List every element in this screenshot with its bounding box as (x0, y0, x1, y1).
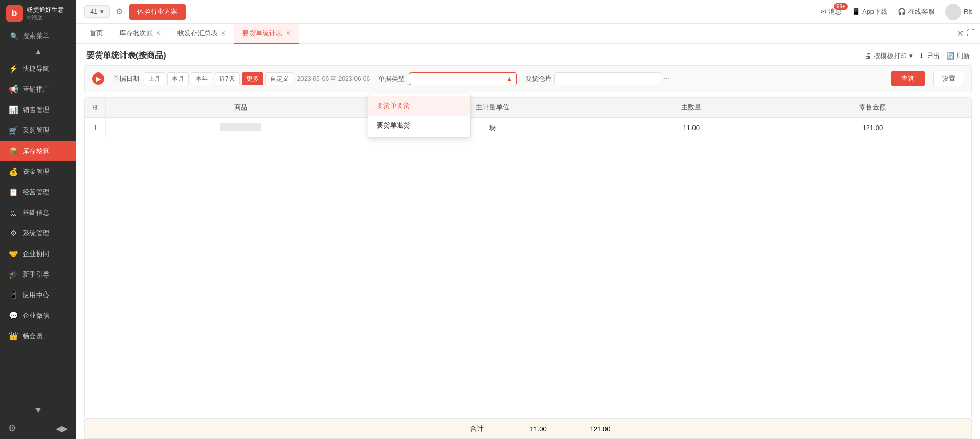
messages-btn[interactable]: ✉ 消息 99+ (821, 7, 842, 16)
sidebar-item-vip[interactable]: 👑 畅会员 (0, 326, 76, 346)
th-settings[interactable]: ⚙ (85, 98, 105, 118)
date-btn-7days[interactable]: 近7天 (215, 72, 240, 85)
app-download-label: App下载 (862, 7, 887, 16)
sidebar-item-finance[interactable]: 💰 资金管理 (0, 161, 76, 182)
sales-icon: 📊 (8, 105, 19, 115)
app-download-btn[interactable]: 📱 App下载 (852, 7, 887, 16)
print-btn[interactable]: 🖨 按模板打印 ▾ (865, 51, 913, 61)
page-title-bar: 要货单统计表(按商品) 🖨 按模板打印 ▾ ⬇ 导出 🔄 刷新 (76, 44, 980, 65)
tab-inventory-batch[interactable]: 库存批次账 ✕ (111, 24, 169, 44)
date-btn-this-year[interactable]: 本年 (191, 72, 212, 85)
base-icon: 🗂 (8, 208, 19, 218)
table-footer: 合计 11.00 121.00 (84, 419, 972, 439)
sidebar-item-label: 销售管理 (23, 105, 49, 115)
type-label: 单据类型 (378, 74, 405, 83)
phone-icon: 📱 (852, 8, 860, 15)
tab-order-stats[interactable]: 要货单统计表 ✕ (234, 24, 299, 44)
user-avatar (945, 4, 961, 20)
footer-total-quantity: 11.00 (530, 425, 547, 433)
main-area: 41 ▾ ⚙ 体验行业方案 ✉ 消息 99+ 📱 App下载 🎧 在线客服 R (76, 0, 980, 439)
promo-button[interactable]: 体验行业方案 (129, 4, 186, 20)
sidebar-item-label: 新手引导 (23, 270, 49, 279)
product-name-blurred (220, 123, 261, 131)
tenant-id: 41 (90, 8, 97, 15)
tabs-bar: 首页 库存批次账 ✕ 收发存汇总表 ✕ 要货单统计表 ✕ ✕ ⛶ (76, 24, 980, 44)
refresh-btn[interactable]: 🔄 刷新 (946, 51, 970, 61)
export-icon: ⬇ (919, 52, 924, 60)
data-table-container: ⚙ 商品 主计量单位 主数量 零售金额 (84, 97, 972, 419)
marketing-icon: 📢 (8, 84, 19, 95)
header-settings-icon[interactable]: ⚙ (116, 7, 123, 16)
sidebar-item-label: 营销推广 (23, 85, 49, 94)
header-bar: 41 ▾ ⚙ 体验行业方案 ✉ 消息 99+ 📱 App下载 🎧 在线客服 R (76, 0, 980, 24)
warehouse-input[interactable] (554, 72, 661, 85)
collapse-icon[interactable]: ◀▶ (56, 424, 68, 433)
user-avatar-btn[interactable]: Rit (945, 4, 972, 20)
tab-close-icon[interactable]: ✕ (221, 30, 226, 36)
tabs-actions: ✕ ⛶ (957, 24, 975, 43)
sidebar-scroll-up[interactable]: ▲ (0, 45, 76, 59)
sidebar-item-inventory[interactable]: 📦 库存核算 (0, 141, 76, 161)
sidebar-item-enterprise[interactable]: 🤝 企业协同 (0, 244, 76, 264)
close-all-icon[interactable]: ✕ (957, 29, 964, 39)
tab-label: 首页 (90, 29, 103, 38)
sidebar-item-marketing[interactable]: 📢 营销推广 (0, 79, 76, 100)
online-service-label: 在线客服 (908, 7, 935, 16)
filter-bar: ▶ 单据日期 上月 本月 本年 近7天 更多 自定义 2023-05-06 至 … (84, 65, 972, 92)
settings-button[interactable]: 设置 (933, 71, 964, 86)
table-row: 1 块 11.00 121.00 (85, 118, 971, 138)
sidebar-item-quick-nav[interactable]: ⚡ 快捷导航 (0, 59, 76, 79)
th-quantity: 主数量 (609, 98, 774, 118)
date-btn-this-month[interactable]: 本月 (167, 72, 189, 85)
search-icon: 🔍 (10, 32, 19, 40)
date-label: 单据日期 (113, 74, 139, 83)
expand-tab-icon[interactable]: ⛶ (967, 29, 975, 38)
operation-icon: 📋 (8, 187, 19, 197)
sidebar-item-system[interactable]: ⚙ 系统管理 (0, 223, 76, 244)
search-menu[interactable]: 🔍 搜索菜单 (0, 27, 76, 45)
sidebar-item-guide[interactable]: 🎓 新手引导 (0, 264, 76, 285)
query-button[interactable]: 查询 (891, 71, 925, 86)
tab-label: 收发存汇总表 (177, 29, 218, 38)
tab-close-icon[interactable]: ✕ (156, 30, 161, 36)
tab-home[interactable]: 首页 (81, 24, 111, 44)
print-label: 按模板打印 (874, 51, 907, 61)
date-btn-prev-month[interactable]: 上月 (144, 72, 165, 85)
dropdown-item-return[interactable]: 要货单退货 (368, 116, 470, 135)
sidebar-item-label: 企业微信 (23, 311, 49, 320)
sidebar-item-label: 资金管理 (23, 167, 49, 176)
sidebar-item-sales[interactable]: 📊 销售管理 (0, 100, 76, 120)
inventory-icon: 📦 (8, 146, 19, 156)
type-select-input[interactable] (409, 72, 517, 85)
tab-close-icon[interactable]: ✕ (286, 30, 291, 36)
sidebar-item-purchase[interactable]: 🛒 采购管理 (0, 120, 76, 141)
date-btn-custom[interactable]: 自定义 (265, 72, 293, 85)
type-select-container: ▲ (409, 72, 517, 85)
table-header-row: ⚙ 商品 主计量单位 主数量 零售金额 (85, 98, 971, 118)
sidebar-scroll-down[interactable]: ▼ (0, 404, 76, 417)
filter-more-btn[interactable]: ··· (663, 74, 670, 83)
settings-icon[interactable]: ⚙ (8, 423, 16, 434)
sidebar-item-app-center[interactable]: 📱 应用中心 (0, 285, 76, 305)
tab-label: 要货单统计表 (242, 29, 282, 38)
export-btn[interactable]: ⬇ 导出 (919, 51, 940, 61)
vip-icon: 👑 (8, 331, 19, 341)
tenant-dropdown-arrow: ▾ (100, 8, 104, 15)
online-service-btn[interactable]: 🎧 在线客服 (898, 7, 935, 16)
sidebar-item-label: 库存核算 (23, 147, 49, 156)
tenant-selector[interactable]: 41 ▾ (84, 5, 110, 18)
search-label: 搜索菜单 (23, 31, 49, 41)
quick-nav-icon: ⚡ (8, 64, 19, 74)
filter-expand-btn[interactable]: ▶ (92, 72, 104, 85)
sidebar-item-base[interactable]: 🗂 基础信息 (0, 203, 76, 223)
sidebar-item-label: 采购管理 (23, 126, 49, 135)
sidebar-item-label: 系统管理 (23, 229, 49, 238)
type-filter-group: 单据类型 ▲ (378, 72, 517, 85)
date-btn-more[interactable]: 更多 (242, 72, 263, 85)
sidebar-item-operation[interactable]: 📋 经营管理 (0, 182, 76, 203)
tab-receive-send[interactable]: 收发存汇总表 ✕ (169, 24, 234, 44)
header-right: ✉ 消息 99+ 📱 App下载 🎧 在线客服 Rit (821, 4, 972, 20)
sidebar-item-wechat[interactable]: 💬 企业微信 (0, 305, 76, 326)
warehouse-filter-group: 要货仓库 ··· (525, 72, 670, 85)
dropdown-item-order[interactable]: 要货单要货 (368, 96, 470, 116)
